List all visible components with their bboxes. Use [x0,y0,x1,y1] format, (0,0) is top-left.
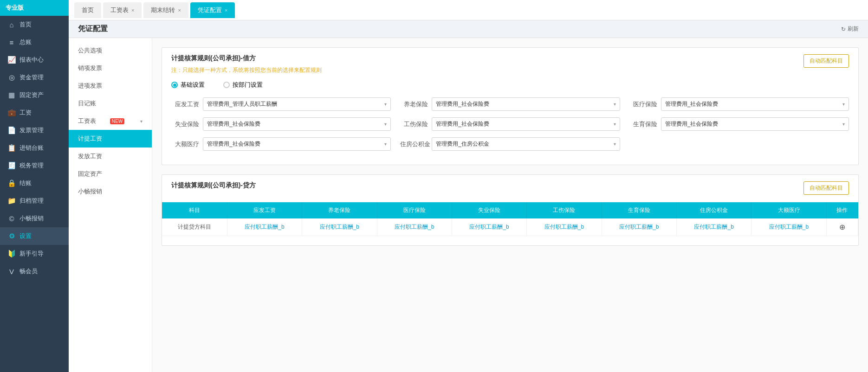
tab-voucher-close[interactable]: × [225,7,227,13]
credit-section-top: 计提核算规则(公司承担)-贷方 自动匹配科目 [162,175,858,199]
sub-nav-purchase-invoice[interactable]: 进项发票 [69,77,152,95]
sidebar-item-home[interactable]: ⌂ 首页 [0,16,69,33]
sidebar-item-vip[interactable]: V 畅会员 [0,263,69,280]
cell-unemployment[interactable]: 应付职工薪酬_b [452,218,526,236]
sidebar-label-fixed-assets: 固定资产 [19,91,44,99]
sidebar-item-xiaochang-report[interactable]: © 小畅报销 [0,210,69,227]
sub-nav-calculate-salary[interactable]: 计提工资 [69,130,152,148]
credit-title: 计提核算规则(公司承担)-贷方 [171,181,256,190]
fund-icon: ◎ [7,73,16,82]
select-medical-value: 管理费用_社会保险费 [665,100,719,108]
new-badge: NEW [110,118,124,124]
select-pension-value: 管理费用_社会保险费 [436,100,489,108]
form-row-1: 应发工资 管理费用_管理人员职工薪酬 ▾ 养老保险 管理费用_社会保险费 ▾ [171,97,849,111]
col-birth: 生育保险 [602,202,676,218]
tab-home[interactable]: 首页 [74,2,101,18]
refresh-icon: ↻ [841,26,846,32]
tab-voucher-config[interactable]: 凭证配置 × [190,2,235,18]
new-user-icon: 🔰 [7,250,16,258]
sidebar-item-sales-purchase[interactable]: 📋 进销台账 [0,139,69,157]
sidebar-item-invoice[interactable]: 📄 发票管理 [0,122,69,139]
table-scroll: 科目 应发工资 养老保险 医疗保险 失业保险 工伤保险 生育保险 住房公积金 大… [162,202,858,236]
label-injury: 工伤保险 [400,120,428,128]
sub-nav-label-public: 公共选项 [78,46,102,55]
col-medical: 医疗保险 [377,202,452,218]
select-birth-arrow: ▾ [842,122,845,127]
sub-nav-journal[interactable]: 日记账 [69,95,152,112]
tab-period-label: 期末结转 [151,6,175,14]
field-extra-medical: 大额医疗 管理费用_社会保险费 ▾ [171,137,391,151]
sidebar-label-archive: 归档管理 [19,197,44,205]
sidebar-item-fixed-assets[interactable]: ▦ 固定资产 [0,86,69,104]
sidebar-item-payroll[interactable]: 💼 工资 [0,104,69,122]
page-header: 凭证配置 ↻ 刷新 [69,20,868,38]
tab-period-close[interactable]: × [178,7,181,13]
sub-nav-xiaochang-expense[interactable]: 小畅报销 [69,183,152,200]
tab-period-end[interactable]: 期末结转 × [143,2,188,18]
cell-medical[interactable]: 应付职工薪酬_b [377,218,452,236]
sub-nav-pay-salary[interactable]: 发放工资 [69,148,152,165]
sidebar-item-closing[interactable]: 🔒 结账 [0,174,69,192]
debit-auto-match-button[interactable]: 自动匹配科目 [803,54,849,68]
field-housing: 住房公积金 管理费用_住房公积金 ▾ [400,137,620,151]
select-unemployment-arrow: ▾ [384,122,387,127]
sidebar-item-settings[interactable]: ⚙ 设置 [0,227,69,245]
sub-nav-fixed-assets-nav[interactable]: 固定资产 [69,165,152,183]
cell-extra-medical[interactable]: 应付职工薪酬_b [751,218,826,236]
tab-salary-label: 工资表 [110,6,129,14]
sub-nav-label-sales-invoice: 销项发票 [78,64,102,72]
cell-housing[interactable]: 应付职工薪酬_b [676,218,751,236]
right-panel: 计提核算规则(公司承担)-借方 注：只能选择一种方式，系统将按照您当前的选择来配… [152,38,868,372]
select-pension[interactable]: 管理费用_社会保险费 ▾ [432,97,620,111]
select-salary[interactable]: 管理费用_管理人员职工薪酬 ▾ [203,97,391,111]
col-pension: 养老保险 [302,202,377,218]
sidebar-item-archive[interactable]: 📁 归档管理 [0,192,69,210]
cell-birth[interactable]: 应付职工薪酬_b [602,218,676,236]
credit-table: 科目 应发工资 养老保险 医疗保险 失业保险 工伤保险 生育保险 住房公积金 大… [162,202,858,236]
select-birth[interactable]: 管理费用_社会保险费 ▾ [661,117,849,131]
cell-action[interactable]: ⊕ [826,218,858,236]
tab-salary-close[interactable]: × [131,7,134,13]
debit-section-header: 计提核算规则(公司承担)-借方 注：只能选择一种方式，系统将按照您当前的选择来配… [171,54,322,81]
cell-pension[interactable]: 应付职工薪酬_b [302,218,377,236]
radio-dept[interactable]: 按部门设置 [223,81,263,89]
tabs-bar: 首页 工资表 × 期末结转 × 凭证配置 × [69,0,868,20]
select-unemployment[interactable]: 管理费用_社会保险费 ▾ [203,117,391,131]
tab-salary-table[interactable]: 工资表 × [103,2,142,18]
sub-nav-public-options[interactable]: 公共选项 [69,42,152,59]
select-injury[interactable]: 管理费用_社会保险费 ▾ [432,117,620,131]
cell-injury[interactable]: 应付职工薪酬_b [527,218,602,236]
arrow-icon: ▾ [140,119,143,124]
sidebar-label-closing: 结账 [19,179,32,187]
sidebar-label-invoice: 发票管理 [19,126,44,135]
radio-dept-circle[interactable] [223,82,230,88]
radio-basic-circle[interactable] [171,82,178,88]
select-medical[interactable]: 管理费用_社会保险费 ▾ [661,97,849,111]
sidebar-label-settings: 设置 [19,232,32,240]
sidebar-label-home: 首页 [19,20,32,29]
sidebar-item-report-center[interactable]: 📈 报表中心 [0,51,69,69]
tab-home-label: 首页 [82,6,94,14]
sub-nav-sales-invoice[interactable]: 销项发票 [69,59,152,77]
sidebar-item-tax[interactable]: 🧾 税务管理 [0,157,69,174]
debit-section-body: 基础设置 按部门设置 应发工资 管理费用_管理人员职工薪酬 [162,81,858,165]
archive-icon: 📁 [7,197,16,205]
sub-nav-salary-table[interactable]: 工资表 NEW ▾ [69,112,152,130]
select-housing[interactable]: 管理费用_住房公积金 ▾ [432,137,620,151]
fixed-assets-icon: ▦ [7,91,16,99]
sidebar-item-new-user[interactable]: 🔰 新手引导 [0,245,69,263]
refresh-button[interactable]: ↻ 刷新 [841,25,859,33]
sidebar-item-general-ledger[interactable]: ≡ 总账 [0,33,69,51]
content-area: 公共选项 销项发票 进项发票 日记账 工资表 NEW ▾ 计提工资 发放工资 [69,38,868,372]
main-area: 首页 工资表 × 期末结转 × 凭证配置 × 凭证配置 ↻ 刷新 公共选项 [69,0,868,372]
radio-basic[interactable]: 基础设置 [171,81,205,89]
report-icon: 📈 [7,56,16,64]
credit-auto-match-button[interactable]: 自动匹配科目 [803,181,849,195]
sidebar-label-sales-purchase: 进销台账 [19,144,44,152]
col-housing: 住房公积金 [676,202,751,218]
select-injury-arrow: ▾ [614,122,616,127]
sidebar-item-fund[interactable]: ◎ 资金管理 [0,69,69,86]
cell-salary[interactable]: 应付职工薪酬_b [227,218,302,236]
select-extra-medical[interactable]: 管理费用_社会保险费 ▾ [203,137,391,151]
label-extra-medical: 大额医疗 [171,140,199,148]
